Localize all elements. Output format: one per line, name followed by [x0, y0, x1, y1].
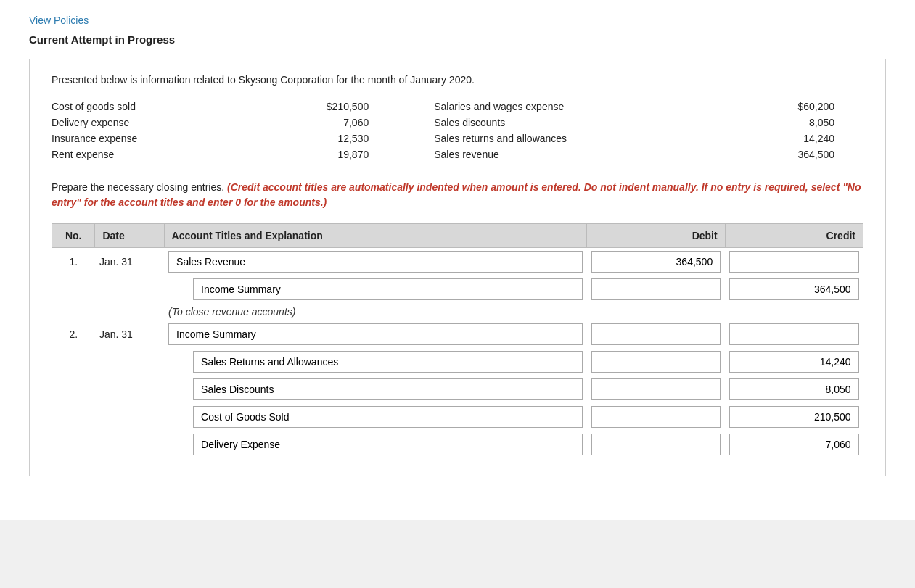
info-box: Presented below is information related t… [29, 59, 886, 476]
current-attempt-heading: Current Attempt in Progress [29, 33, 886, 46]
credit-input[interactable] [729, 434, 858, 455]
credit-input[interactable] [729, 251, 858, 273]
credit-cell [725, 376, 863, 403]
item-amount: 14,240 [731, 131, 863, 146]
debit-input[interactable] [591, 278, 721, 300]
prepare-text: Prepare the necessary closing entries. (… [52, 180, 863, 210]
item-amount: 364,500 [731, 146, 863, 162]
debit-input[interactable] [591, 251, 721, 273]
debit-cell [587, 431, 725, 458]
journal-header-row: No. Date Account Titles and Explanation … [52, 224, 863, 248]
debit-cell [587, 348, 725, 376]
col-debit-header: Debit [587, 224, 725, 248]
item-amount: $60,200 [731, 99, 863, 115]
item-label: Sales returns and allowances [434, 131, 731, 146]
account-input[interactable] [193, 434, 583, 455]
credit-cell [725, 403, 863, 431]
entry-no: 2. [52, 320, 95, 348]
account-input[interactable] [168, 251, 583, 273]
account-cell [164, 348, 587, 376]
debit-cell [587, 320, 725, 348]
debit-input[interactable] [591, 434, 721, 455]
entry-no [52, 276, 95, 303]
account-cell [164, 248, 587, 276]
data-row: Rent expense 19,870 Sales revenue 364,50… [52, 146, 863, 162]
credit-cell [725, 348, 863, 376]
item-amount: 7,060 [254, 115, 398, 131]
item-label: Sales revenue [434, 146, 731, 162]
debit-cell [587, 276, 725, 303]
view-policies-link[interactable]: View Policies [29, 15, 89, 26]
item-amount: 8,050 [731, 115, 863, 131]
item-label: Delivery expense [52, 115, 254, 131]
credit-input[interactable] [729, 351, 858, 373]
journal-entry-row [52, 276, 863, 303]
close-note: (To close revenue accounts) [164, 303, 863, 320]
debit-cell [587, 403, 725, 431]
account-input[interactable] [193, 278, 583, 300]
journal-entry-row [52, 431, 863, 458]
item-amount: 12,530 [254, 131, 398, 146]
item-label: Salaries and wages expense [434, 99, 731, 115]
entry-no: 1. [52, 248, 95, 276]
data-items-table: Cost of goods sold $210,500 Salaries and… [52, 99, 863, 162]
journal-note-row: (To close revenue accounts) [52, 303, 863, 320]
journal-entry-row: 2. Jan. 31 [52, 320, 863, 348]
credit-input[interactable] [729, 278, 858, 300]
journal-table: No. Date Account Titles and Explanation … [52, 223, 863, 458]
item-amount: $210,500 [254, 99, 398, 115]
account-cell [164, 276, 587, 303]
debit-input[interactable] [591, 323, 721, 345]
debit-input[interactable] [591, 406, 721, 428]
account-input[interactable] [193, 351, 583, 373]
account-cell [164, 403, 587, 431]
col-no-header: No. [52, 224, 95, 248]
data-row: Insurance expense 12,530 Sales returns a… [52, 131, 863, 146]
journal-entry-row: 1. Jan. 31 [52, 248, 863, 276]
credit-input[interactable] [729, 378, 858, 400]
intro-text: Presented below is information related t… [52, 74, 863, 86]
debit-input[interactable] [591, 351, 721, 373]
debit-input[interactable] [591, 378, 721, 400]
journal-entry-row [52, 403, 863, 431]
account-input[interactable] [193, 378, 583, 400]
item-label: Insurance expense [52, 131, 254, 146]
data-row: Delivery expense 7,060 Sales discounts 8… [52, 115, 863, 131]
col-credit-header: Credit [725, 224, 863, 248]
credit-input[interactable] [729, 323, 858, 345]
col-date-header: Date [95, 224, 164, 248]
account-cell [164, 431, 587, 458]
item-label: Cost of goods sold [52, 99, 254, 115]
credit-cell [725, 320, 863, 348]
credit-cell [725, 431, 863, 458]
journal-entry-row [52, 348, 863, 376]
data-row: Cost of goods sold $210,500 Salaries and… [52, 99, 863, 115]
entry-date: Jan. 31 [95, 320, 164, 348]
col-account-header: Account Titles and Explanation [164, 224, 587, 248]
account-input[interactable] [193, 406, 583, 428]
account-cell [164, 320, 587, 348]
account-cell [164, 376, 587, 403]
debit-cell [587, 376, 725, 403]
entry-date: Jan. 31 [95, 248, 164, 276]
item-amount: 19,870 [254, 146, 398, 162]
credit-cell [725, 276, 863, 303]
item-label: Rent expense [52, 146, 254, 162]
account-input[interactable] [168, 323, 583, 345]
item-label: Sales discounts [434, 115, 731, 131]
credit-input[interactable] [729, 406, 858, 428]
entry-date [95, 276, 164, 303]
debit-cell [587, 248, 725, 276]
journal-entry-row [52, 376, 863, 403]
credit-cell [725, 248, 863, 276]
